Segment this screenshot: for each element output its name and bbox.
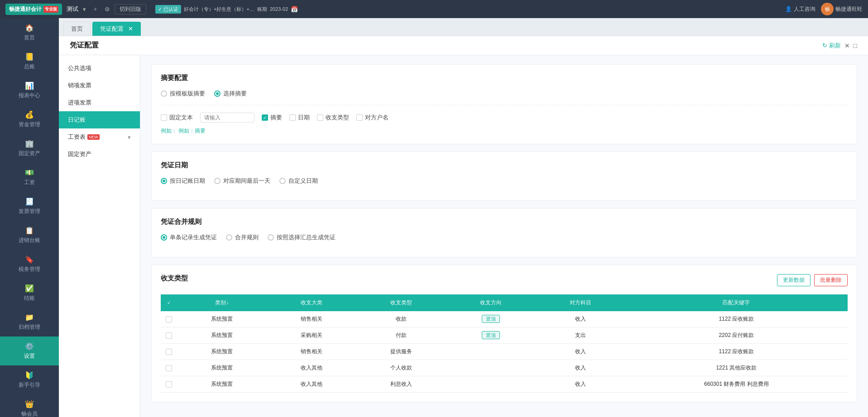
- row-checkbox-1[interactable]: [161, 327, 177, 344]
- table-select-all[interactable]: ✓: [166, 300, 172, 306]
- checkbox-counterparty[interactable]: 对方户名: [356, 114, 388, 122]
- sidebar-item-reports[interactable]: 📊 报表中心: [0, 76, 59, 105]
- voucher-date-section: 凭证日期 按日记账日期 对应期间最后一天: [151, 152, 857, 201]
- nav-item-diary[interactable]: 日记账: [59, 111, 140, 128]
- merge-rules-section: 凭证合并规则 单条记录生成凭证 合并规则: [151, 208, 857, 257]
- row-subject-3: 1221 其他应收款: [625, 360, 848, 376]
- tab-voucher-config[interactable]: 凭证配置 ✕: [92, 22, 141, 36]
- col-major: 收支大类: [267, 294, 356, 311]
- nav-item-fixed-assets-config[interactable]: 固定资产: [59, 146, 140, 163]
- funds-icon: 💰: [25, 110, 34, 119]
- checkbox-fixed-text[interactable]: 固定文本: [161, 114, 193, 122]
- calendar-icon[interactable]: 📅: [291, 6, 298, 13]
- checkbox-summary-label: 摘要: [270, 114, 282, 122]
- batch-delete-button[interactable]: 批量删除: [814, 274, 848, 286]
- window-maximize-button[interactable]: □: [854, 42, 857, 49]
- nav-item-purchase-invoice[interactable]: 进项发票: [59, 94, 140, 111]
- member-icon: 👑: [25, 400, 34, 408]
- nav-item-public[interactable]: 公共选项: [59, 60, 140, 77]
- sidebar-item-tax[interactable]: 🔖 税务管理: [0, 250, 59, 279]
- radio-template-summary[interactable]: 按模板版摘要: [161, 90, 205, 98]
- sidebar-item-guide[interactable]: 🔰 新手引导: [0, 365, 59, 394]
- row-type-4: 利息收入: [356, 376, 446, 393]
- row-check-box-2[interactable]: [166, 349, 172, 355]
- sidebar-item-archive[interactable]: 📁 归档管理: [0, 308, 59, 336]
- row-checkbox-4[interactable]: [161, 376, 177, 393]
- tab-home[interactable]: 首页: [63, 22, 91, 36]
- sidebar-label-salary: 工资: [24, 179, 35, 186]
- module-dropdown-icon[interactable]: ▾: [83, 6, 86, 13]
- summary-config-section: 摘要配置 按模板版摘要 选择摘要: [151, 64, 857, 144]
- switch-old-version-button[interactable]: 切到旧版: [115, 4, 146, 14]
- checkbox-summary[interactable]: ✓ 摘要: [262, 114, 282, 122]
- row-direction-4: [446, 376, 536, 393]
- sidebar-item-salary[interactable]: 💵 工资: [0, 163, 59, 192]
- radio-template-label: 按模板版摘要: [170, 90, 205, 98]
- row-major-1: 采购相关: [267, 327, 356, 344]
- consultant-button[interactable]: 👤 人工咨询: [785, 5, 815, 13]
- logo-badge: 专业版: [43, 6, 58, 13]
- radio-custom-date[interactable]: 自定义日期: [279, 177, 318, 185]
- voucher-date-title: 凭证日期: [161, 161, 848, 170]
- col-type: 收支类型: [356, 294, 446, 311]
- fixed-text-input[interactable]: [200, 113, 254, 123]
- archive-icon: 📁: [25, 313, 34, 322]
- row-checkbox-3[interactable]: [161, 360, 177, 376]
- guide-icon: 🔰: [25, 371, 34, 379]
- row-check-box-3[interactable]: [166, 365, 172, 371]
- sidebar-item-fixed-assets[interactable]: 🏢 固定资产: [0, 134, 59, 163]
- update-data-button[interactable]: 更新数据: [777, 274, 810, 286]
- nav-label-purchase-invoice: 进项发票: [68, 99, 91, 107]
- sidebar-item-member[interactable]: 👑 畅会员: [0, 394, 59, 417]
- page-title: 凭证配置: [70, 41, 99, 50]
- merge-rules-group: 单条记录生成凭证 合并规则 按照选择汇总生成凭证: [161, 233, 848, 242]
- sidebar-item-funds[interactable]: 💰 资金管理: [0, 105, 59, 134]
- tab-voucher-label: 凭证配置: [100, 25, 124, 32]
- radio-last-day[interactable]: 对应期间最后一天: [214, 177, 270, 185]
- radio-merge-rule[interactable]: 合并规则: [226, 233, 259, 242]
- radio-select-label: 选择摘要: [223, 90, 247, 98]
- radio-aggregate[interactable]: 按照选择汇总生成凭证: [268, 233, 336, 242]
- nav-label-fixed-assets-config: 固定资产: [68, 150, 91, 158]
- row-check-box-1[interactable]: [166, 332, 172, 339]
- window-close-button[interactable]: ✕: [844, 42, 850, 49]
- sidebar-item-invoices[interactable]: 🧾 发票管理: [0, 192, 59, 221]
- row-check-box-0[interactable]: [166, 316, 172, 322]
- sidebar-item-sales-purchase[interactable]: 📋 进销台账: [0, 221, 59, 250]
- sidebar-label-sales-purchase: 进销台账: [19, 237, 40, 244]
- sidebar-item-ledger[interactable]: 📒 总账: [0, 47, 59, 76]
- row-checkbox-2[interactable]: [161, 344, 177, 360]
- topbar-plus[interactable]: ＋: [92, 5, 98, 13]
- checkbox-date[interactable]: 日期: [289, 114, 310, 122]
- sidebar-item-settings[interactable]: ⚙️ 设置: [0, 336, 59, 365]
- top-tag-1[interactable]: 置顶: [482, 331, 500, 339]
- checkbox-income-type[interactable]: 收支类型: [317, 114, 349, 122]
- sidebar-label-closing: 结账: [24, 294, 35, 302]
- refresh-button[interactable]: ↻ 刷新: [822, 42, 841, 50]
- row-dir-label-1: 支出: [536, 327, 625, 344]
- checkbox-date-label: 日期: [298, 114, 310, 122]
- radio-select-summary[interactable]: 选择摘要: [214, 90, 247, 98]
- tab-close-icon[interactable]: ✕: [128, 25, 133, 32]
- fixed-assets-icon: 🏢: [25, 139, 34, 148]
- salary-icon: 💵: [25, 168, 34, 177]
- row-check-box-4[interactable]: [166, 381, 172, 388]
- row-subject-4: 660301 财务费用 利息费用: [625, 376, 848, 393]
- row-subject-0: 1122 应收账款: [625, 311, 848, 327]
- row-checkbox-0[interactable]: [161, 311, 177, 327]
- table-row: 系统预置 采购相关 付款 置顶 支出 2202 应付账款: [161, 327, 848, 344]
- radio-last-day-label: 对应期间最后一天: [223, 177, 270, 185]
- top-tag-0[interactable]: 置顶: [482, 315, 500, 323]
- radio-single-record[interactable]: 单条记录生成凭证: [161, 233, 217, 242]
- radio-diary-date[interactable]: 按日记账日期: [161, 177, 205, 185]
- radio-single-record-circle: [161, 234, 167, 241]
- sidebar-item-home[interactable]: 🏠 首页: [0, 18, 59, 47]
- nav-item-payroll[interactable]: 工资表 NEW ▾: [59, 128, 140, 146]
- sidebar-item-closing[interactable]: ✅ 结账: [0, 279, 59, 308]
- col-direction: 收支方向: [446, 294, 536, 311]
- row-dir-label-3: 收入: [536, 360, 625, 376]
- nav-item-sales-invoice[interactable]: 销项发票: [59, 77, 140, 94]
- user-profile[interactable]: 畅 畅捷通旺旺: [821, 3, 863, 15]
- table-row: 系统预置 销售相关 提供服务 收入 1122 应收账款: [161, 344, 848, 360]
- topbar-settings-icon[interactable]: ⚙: [105, 6, 110, 13]
